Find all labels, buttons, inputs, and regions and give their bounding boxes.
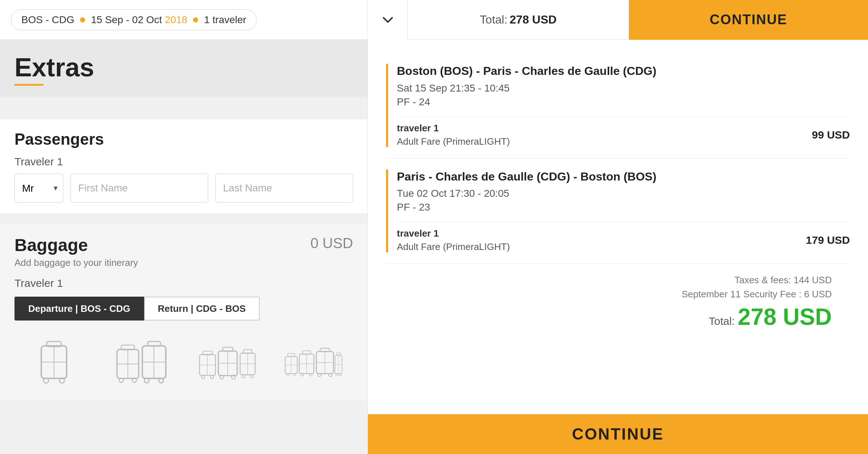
baggage-subtitle: Add baggage to your itinerary [14, 257, 353, 268]
traveler-baggage-label: Traveler 1 [14, 277, 353, 289]
flight-segment-1: Boston (BOS) - Paris - Charles de Gaulle… [386, 53, 850, 158]
security-fee-line: September 11 Security Fee : 6 USD [404, 289, 832, 300]
accent-line-2 [386, 169, 388, 253]
fare-row-1: traveler 1 Adult Fare (PrimeraLIGHT) 99 … [397, 123, 850, 147]
travelers-text: 1 traveler [204, 14, 246, 26]
total-line: Total: 278 USD [404, 304, 832, 330]
fare-type-1: Adult Fare (PrimeraLIGHT) [397, 136, 510, 147]
taxes-fees-line: Taxes & fees: 144 USD [404, 275, 832, 286]
fare-price-2: 179 USD [806, 234, 850, 246]
fare-row-2: traveler 1 Adult Fare (PrimeraLIGHT) 179… [397, 228, 850, 253]
title-select-wrapper: Mr Mrs Ms Dr ▾ [14, 174, 63, 203]
date-range-text: 15 Sep - 02 Oct [91, 14, 162, 25]
title-select[interactable]: Mr Mrs Ms Dr [14, 174, 63, 203]
trip-info-pill: BOS - CDG 15 Sep - 02 Oct 2018 1 travele… [11, 9, 257, 30]
extras-title: Extras [14, 54, 353, 80]
baggage-icon-2 [198, 331, 256, 389]
departure-tab[interactable]: Departure | BOS - CDG [14, 297, 144, 321]
extras-section: Extras [0, 40, 368, 97]
baggage-icon-3 [285, 331, 343, 389]
accent-line-1 [386, 64, 388, 147]
segment-content-2: Paris - Charles de Gaulle (CDG) - Boston… [397, 169, 850, 253]
baggage-options [14, 331, 353, 389]
svg-rect-37 [288, 353, 294, 356]
passengers-section: Passengers Traveler 1 Mr Mrs Ms Dr ▾ [0, 119, 368, 213]
baggage-section: Baggage 0 USD Add baggage to your itiner… [0, 224, 368, 400]
fare-type-2: Adult Fare (PrimeraLIGHT) [397, 241, 510, 253]
segment-flight-1: PF - 24 [397, 96, 850, 108]
fare-price-1: 99 USD [812, 129, 850, 141]
baggage-option-2[interactable] [188, 331, 267, 389]
baggage-price: 0 USD [310, 235, 353, 251]
baggage-option-1[interactable] [101, 331, 180, 389]
dot-2 [193, 17, 198, 22]
fare-label-group-1: traveler 1 Adult Fare (PrimeraLIGHT) [397, 123, 510, 147]
total-display-value: 278 USD [738, 304, 832, 330]
continue-button-top[interactable]: CONTINUE [629, 0, 868, 40]
year-text: 2018 [165, 14, 187, 25]
flight-details: Boston (BOS) - Paris - Charles de Gaulle… [368, 40, 868, 343]
dot-1 [80, 17, 85, 22]
extras-underline [14, 84, 43, 86]
right-panel-topbar: Total: 278 USD CONTINUE [368, 0, 868, 40]
baggage-title: Baggage [14, 235, 88, 255]
traveler-1-label: Traveler 1 [14, 156, 353, 168]
main-content: BOS - CDG 15 Sep - 02 Oct 2018 1 travele… [0, 0, 868, 454]
fees-section: Taxes & fees: 144 USD September 11 Secur… [386, 264, 850, 330]
return-tab[interactable]: Return | CDG - BOS [144, 297, 260, 321]
baggage-header: Baggage 0 USD [14, 235, 353, 255]
total-label-top: Total: [480, 13, 507, 26]
baggage-option-0[interactable] [14, 331, 94, 389]
segment-inner-1: Boston (BOS) - Paris - Charles de Gaulle… [386, 64, 850, 147]
segment-route-1: Boston (BOS) - Paris - Charles de Gaulle… [397, 64, 850, 79]
segment-time-1: Sat 15 Sep 21:35 - 10:45 [397, 82, 850, 94]
segment-content-1: Boston (BOS) - Paris - Charles de Gaulle… [397, 64, 850, 147]
baggage-icon-0 [25, 331, 83, 389]
fare-label-group-2: traveler 1 Adult Fare (PrimeraLIGHT) [397, 228, 510, 253]
total-value-top: 278 USD [510, 13, 557, 26]
traveler-tag-1: traveler 1 [397, 123, 510, 134]
total-display-top: Total: 278 USD [408, 0, 629, 39]
total-display-label: Total: [709, 315, 735, 327]
baggage-option-3[interactable] [274, 331, 353, 389]
continue-button-bottom[interactable]: CONTINUE [368, 414, 868, 454]
passengers-title: Passengers [14, 130, 353, 148]
segment-inner-2: Paris - Charles de Gaulle (CDG) - Boston… [386, 169, 850, 253]
right-panel: Total: 278 USD CONTINUE Boston (BOS) - P… [368, 0, 868, 454]
last-name-input[interactable] [215, 174, 353, 203]
segment-route-2: Paris - Charles de Gaulle (CDG) - Boston… [397, 169, 850, 184]
trip-route: BOS - CDG [21, 14, 74, 26]
segment-time-2: Tue 02 Oct 17:30 - 20:05 [397, 188, 850, 199]
date-range: 15 Sep - 02 Oct 2018 [91, 14, 187, 26]
first-name-input[interactable] [71, 174, 208, 203]
passenger-form-row: Mr Mrs Ms Dr ▾ [14, 174, 353, 203]
baggage-icon-1 [112, 331, 169, 389]
traveler-tag-2: traveler 1 [397, 228, 510, 239]
flight-segment-2: Paris - Charles de Gaulle (CDG) - Boston… [386, 158, 850, 264]
baggage-tab-row: Departure | BOS - CDG Return | CDG - BOS [14, 297, 353, 321]
collapse-button[interactable] [368, 0, 408, 40]
segment-flight-2: PF - 23 [397, 201, 850, 213]
